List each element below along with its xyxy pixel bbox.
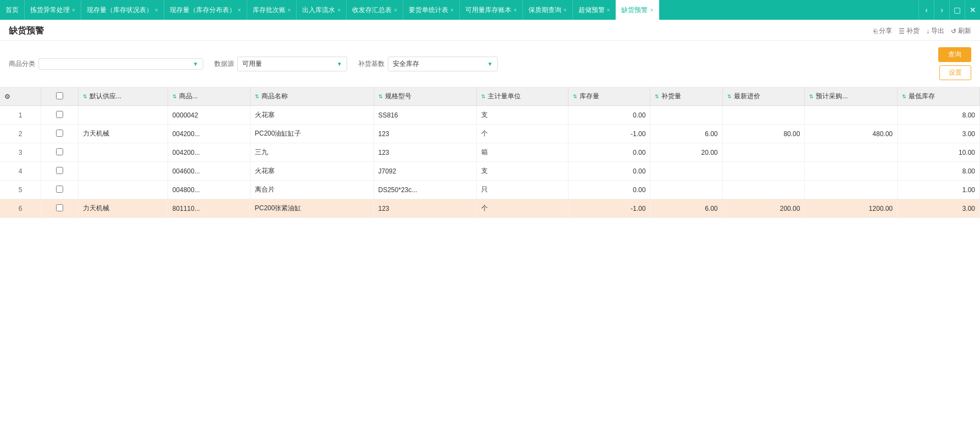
min-stock-header-label: 最低库存 — [909, 92, 935, 101]
tab-avail-ledger-label: 可用量库存账本 — [465, 5, 511, 15]
settings-icon: ⚙ — [4, 93, 10, 100]
restore-window-button[interactable]: ▢ — [949, 0, 965, 20]
stock-column-header[interactable]: ⇅ 库存量 — [568, 87, 650, 106]
tab-summary[interactable]: 收发存汇总表 × — [347, 0, 403, 20]
spec-cell: 123 — [374, 199, 476, 218]
close-icon[interactable]: × — [564, 7, 567, 13]
latest-price-column-header[interactable]: ⇅ 最新进价 — [722, 87, 805, 106]
name-header-label: 商品名称 — [261, 92, 288, 101]
code-cell: 004800... — [168, 181, 250, 199]
sort-icon: ⇅ — [573, 94, 577, 99]
latest-price-cell: 200.00 — [722, 199, 805, 218]
name-column-header[interactable]: ⇅ 商品名称 — [250, 87, 374, 106]
row-checkbox[interactable] — [56, 204, 63, 211]
tab-avail-ledger[interactable]: 可用量库存账本 × — [460, 0, 523, 20]
tab-stock-dist[interactable]: 现存量（库存分布表） × — [164, 0, 247, 20]
sort-icon: ⇅ — [902, 94, 906, 99]
name-cell: 三九 — [250, 143, 374, 162]
category-filter-label: 商品分类 — [9, 59, 35, 69]
tab-order-stat[interactable]: 要货单统计表 × — [403, 0, 460, 20]
sort-icon: ⇅ — [172, 94, 177, 99]
close-icon[interactable]: × — [514, 7, 517, 13]
close-icon[interactable]: × — [155, 7, 158, 13]
next-tab-button[interactable]: › — [934, 0, 949, 20]
page-title: 缺货预警 — [9, 25, 44, 37]
unit-column-header[interactable]: ⇅ 主计量单位 — [476, 87, 568, 106]
supplier-cell — [78, 181, 168, 199]
header-actions: ⎗ 分享 ☰ 补货 ↓ 导出 ↺ 刷新 — [873, 26, 971, 36]
row-number: 5 — [0, 181, 41, 199]
replenish-cell: 20.00 — [650, 143, 722, 162]
share-icon: ⎗ — [873, 27, 877, 35]
min-stock-cell: 3.00 — [898, 199, 980, 218]
row-number: 4 — [0, 162, 41, 181]
close-icon[interactable]: × — [650, 7, 653, 13]
code-header-label: 商品... — [179, 92, 198, 101]
row-checkbox[interactable] — [56, 186, 63, 193]
min-stock-column-header[interactable]: ⇅ 最低库存 — [898, 87, 980, 106]
tab-stock-status[interactable]: 现存量（库存状况表） × — [81, 0, 164, 20]
table-row[interactable]: 6 力天机械 801110... PC200张紧油缸 123 个 -1.00 6… — [0, 199, 980, 218]
unit-cell: 个 — [476, 199, 568, 218]
refresh-icon: ↺ — [951, 27, 956, 35]
code-cell: 0000042 — [168, 106, 250, 125]
table-row[interactable]: 4 004600... 火花塞 J7092 支 0.00 8.00 — [0, 162, 980, 181]
code-column-header[interactable]: ⇅ 商品... — [168, 87, 250, 106]
est-purchase-column-header[interactable]: ⇅ 预计采购... — [805, 87, 898, 106]
refresh-button[interactable]: ↺ 刷新 — [951, 26, 971, 36]
export-button[interactable]: ↓ 导出 — [926, 26, 944, 36]
tab-shortage[interactable]: 缺货预警 × — [616, 0, 659, 20]
replenish-column-header[interactable]: ⇅ 补货量 — [650, 87, 722, 106]
replenish-button[interactable]: ☰ 补货 — [899, 26, 920, 36]
tab-batch-account[interactable]: 库存批次账 × — [247, 0, 297, 20]
close-icon[interactable]: × — [450, 7, 454, 13]
close-icon[interactable]: × — [288, 7, 291, 13]
share-button[interactable]: ⎗ 分享 — [873, 26, 892, 36]
table-row[interactable]: 1 0000042 火花塞 SS816 支 0.00 8.00 — [0, 106, 980, 125]
row-number: 2 — [0, 125, 41, 143]
close-window-button[interactable]: ✕ — [965, 0, 980, 20]
close-icon[interactable]: × — [394, 7, 397, 13]
est-purchase-cell — [805, 162, 898, 181]
replenish-cell: 6.00 — [650, 199, 722, 218]
close-icon[interactable]: × — [72, 7, 75, 13]
supplier-cell — [78, 106, 168, 125]
stock-cell: 0.00 — [568, 162, 650, 181]
prev-tab-button[interactable]: ‹ — [918, 0, 934, 20]
name-cell: PC200张紧油缸 — [250, 199, 374, 218]
datasource-select[interactable]: 可用量 ▼ — [237, 57, 347, 71]
row-checkbox[interactable] — [56, 148, 63, 155]
category-select[interactable]: ▼ — [38, 58, 203, 70]
row-checkbox-cell — [41, 106, 78, 125]
setting-button[interactable]: 设置 — [939, 65, 971, 80]
tab-flow[interactable]: 出入库流水 × — [297, 0, 347, 20]
close-icon[interactable]: × — [238, 7, 241, 13]
query-button[interactable]: 查询 — [938, 47, 971, 62]
close-icon[interactable]: × — [337, 7, 341, 13]
tab-home[interactable]: 首页 — [0, 0, 25, 20]
stock-cell: 0.00 — [568, 181, 650, 199]
spec-column-header[interactable]: ⇅ 规格型号 — [374, 87, 476, 106]
row-checkbox-cell — [41, 181, 78, 199]
select-all-checkbox[interactable] — [56, 92, 63, 99]
tab-expiry[interactable]: 保质期查询 × — [523, 0, 573, 20]
supplier-column-header[interactable]: ⇅ 默认供应... — [78, 87, 168, 106]
code-cell: 004200... — [168, 143, 250, 162]
table-area: ⚙ ⇅ 默认供应... ⇅ — [0, 87, 980, 437]
row-checkbox-cell — [41, 199, 78, 218]
table-row[interactable]: 3 004200... 三九 123 箱 0.00 20.00 10.00 — [0, 143, 980, 162]
latest-price-cell — [722, 143, 805, 162]
gear-column-header[interactable]: ⚙ — [0, 87, 41, 106]
unit-cell: 个 — [476, 125, 568, 143]
table-row[interactable]: 2 力天机械 004200... PC200油缸缸子 123 个 -1.00 6… — [0, 125, 980, 143]
row-checkbox[interactable] — [56, 111, 63, 118]
row-checkbox[interactable] — [56, 167, 63, 174]
table-row[interactable]: 5 004800... 离合片 DS250*23c... 只 0.00 1.00 — [0, 181, 980, 199]
row-checkbox[interactable] — [56, 130, 63, 137]
close-icon[interactable]: × — [607, 7, 610, 13]
est-purchase-cell — [805, 181, 898, 199]
replenish-base-select[interactable]: 安全库存 ▼ — [388, 57, 498, 71]
row-checkbox-cell — [41, 125, 78, 143]
tab-picking[interactable]: 拣货异常处理 × — [25, 0, 81, 20]
tab-overstock[interactable]: 超储预警 × — [573, 0, 616, 20]
